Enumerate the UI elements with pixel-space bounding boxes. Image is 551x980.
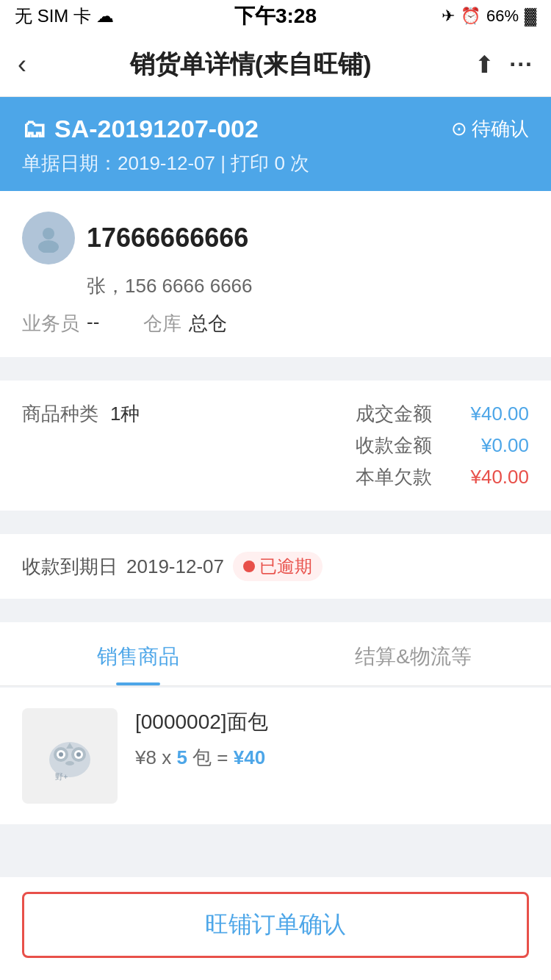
amounts-row: 商品种类 1种 成交金额 ¥40.00 收款金额 ¥0.00 本单欠款 ¥40.…	[22, 401, 529, 490]
sim-status: 无 SIM 卡 ☁	[15, 4, 114, 28]
salesperson-field: 业务员 --	[22, 311, 99, 336]
product-image-placeholder: 野+	[22, 708, 118, 804]
customer-meta: 业务员 -- 仓库 总仓	[22, 311, 529, 336]
order-header-top: 🗂 SA-20191207-002 ⊙ 待确认	[22, 115, 529, 143]
total-price: ¥40	[234, 746, 265, 768]
overdue-dot-icon	[243, 561, 255, 572]
tab-settlement[interactable]: 结算&物流等	[276, 622, 551, 685]
overdue-badge: 已逾期	[233, 552, 323, 581]
order-id-text: SA-20191207-002	[54, 115, 259, 143]
svg-point-9	[65, 761, 74, 765]
product-type-value: 1种	[110, 401, 140, 427]
confirm-order-button[interactable]: 旺铺订单确认	[22, 892, 529, 958]
status-bar: 无 SIM 卡 ☁ 下午3:28 ✈ ⏰ 66% ▓	[0, 0, 551, 32]
due-date-value: 2019-12-07	[126, 555, 224, 578]
salesperson-value: --	[87, 311, 99, 336]
quantity: 5	[176, 746, 187, 768]
equals-symbol: =	[217, 746, 228, 768]
order-id: 🗂 SA-20191207-002	[22, 115, 259, 143]
nav-bar: ‹ 销货单详情(来自旺铺) ⬆ ···	[0, 32, 551, 97]
warehouse-value: 总仓	[189, 311, 227, 336]
unit: 包	[192, 746, 212, 768]
order-id-icon: 🗂	[22, 115, 47, 143]
customer-phone: 17666666666	[87, 223, 248, 253]
tabs-bar: 销售商品 结算&物流等	[0, 622, 551, 686]
received-amount: 收款金额 ¥0.00	[356, 433, 529, 458]
product-card: 野+ [0000002]面包 ¥8 x 5 包 = ¥40	[0, 688, 551, 824]
price-value: ¥8	[135, 746, 156, 768]
amounts-card: 商品种类 1种 成交金额 ¥40.00 收款金额 ¥0.00 本单欠款 ¥40.…	[0, 381, 551, 511]
price-multiply: x	[162, 746, 171, 768]
received-label: 收款金额	[356, 433, 432, 458]
back-button[interactable]: ‹	[18, 49, 26, 80]
product-info: [0000002]面包 ¥8 x 5 包 = ¥40	[135, 708, 529, 771]
svg-point-0	[43, 228, 54, 239]
location-icon: ✈	[442, 7, 455, 26]
clock-icon: ⊙	[451, 118, 467, 140]
received-value: ¥0.00	[441, 434, 529, 457]
owed-value: ¥40.00	[441, 466, 529, 489]
svg-point-7	[59, 752, 63, 757]
alarm-icon: ⏰	[461, 7, 480, 26]
divider-1	[0, 369, 551, 381]
overdue-text: 已逾期	[259, 555, 312, 578]
owed-label: 本单欠款	[356, 464, 432, 490]
status-bar-right: ✈ ⏰ 66% ▓	[442, 7, 536, 26]
battery-level: 66%	[486, 7, 519, 26]
divider-2	[0, 522, 551, 534]
warehouse-field: 仓库 总仓	[143, 311, 227, 336]
bottom-bar: 旺铺订单确认	[0, 877, 551, 980]
warehouse-label: 仓库	[143, 311, 181, 336]
divider-3	[0, 610, 551, 622]
order-date: 单据日期：2019-12-07 | 打印 0 次	[22, 151, 529, 176]
salesperson-label: 业务员	[22, 311, 79, 336]
share-icon[interactable]: ⬆	[475, 51, 494, 79]
more-icon[interactable]: ···	[509, 51, 533, 78]
status-bar-left: 无 SIM 卡 ☁	[15, 4, 114, 28]
owed-amount: 本单欠款 ¥40.00	[356, 464, 529, 490]
product-price: ¥8 x 5 包 = ¥40	[135, 745, 529, 771]
product-type-section: 商品种类 1种	[22, 401, 140, 427]
page-title: 销货单详情(来自旺铺)	[130, 48, 372, 82]
due-date-label: 收款到期日	[22, 554, 118, 580]
svg-point-8	[76, 752, 81, 757]
tab-sales-products[interactable]: 销售商品	[0, 622, 276, 685]
customer-name: 张，156 6666 6666	[87, 273, 529, 299]
customer-header: 17666666666	[22, 212, 529, 264]
amounts-right: 成交金额 ¥40.00 收款金额 ¥0.00 本单欠款 ¥40.00	[356, 401, 529, 490]
transaction-amount: 成交金额 ¥40.00	[356, 401, 529, 427]
svg-point-1	[38, 240, 59, 253]
order-status: ⊙ 待确认	[451, 116, 529, 142]
product-image: 野+	[22, 708, 118, 804]
svg-text:野+: 野+	[55, 772, 68, 781]
order-status-text: 待确认	[472, 116, 529, 142]
avatar	[22, 212, 75, 264]
order-header: 🗂 SA-20191207-002 ⊙ 待确认 单据日期：2019-12-07 …	[0, 97, 551, 191]
due-date-card: 收款到期日 2019-12-07 已逾期	[0, 534, 551, 599]
product-name: [0000002]面包	[135, 708, 529, 736]
status-bar-time: 下午3:28	[234, 2, 317, 30]
customer-card: 17666666666 张，156 6666 6666 业务员 -- 仓库 总仓	[0, 191, 551, 357]
battery-icon: ▓	[525, 7, 536, 26]
transaction-label: 成交金额	[356, 401, 432, 427]
product-type-label: 商品种类	[22, 401, 98, 427]
nav-actions: ⬆ ···	[475, 51, 533, 79]
transaction-value: ¥40.00	[441, 403, 529, 425]
